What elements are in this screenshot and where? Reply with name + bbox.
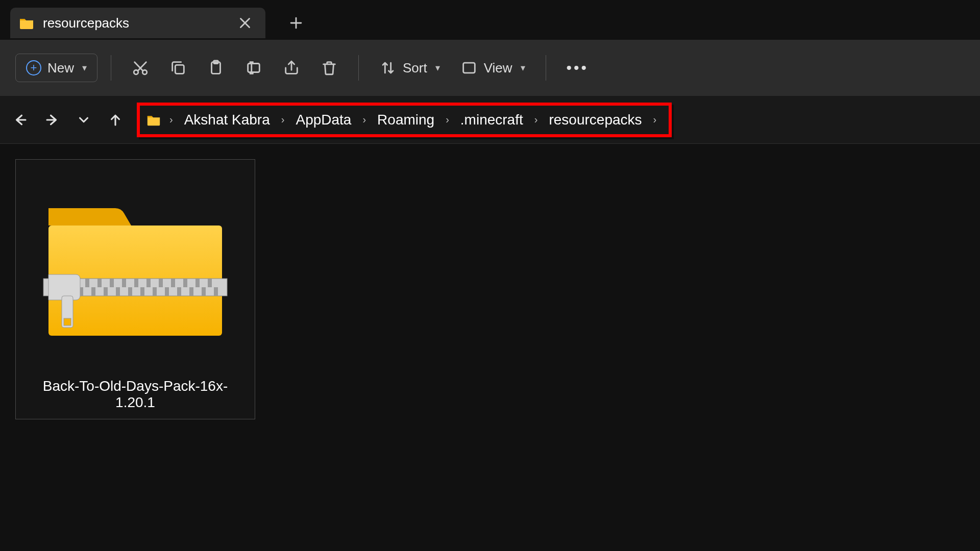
svg-rect-31 [183, 279, 187, 287]
svg-rect-23 [134, 279, 138, 287]
close-tab-button[interactable] [235, 13, 255, 33]
chevron-right-icon: › [650, 114, 660, 126]
folder-icon [18, 15, 35, 31]
svg-rect-35 [208, 279, 212, 287]
sort-button-label: Sort [403, 60, 427, 76]
chevron-right-icon: › [359, 114, 369, 126]
svg-rect-6 [463, 63, 475, 73]
svg-rect-38 [64, 318, 71, 325]
breadcrumb-item[interactable]: Roaming [374, 110, 437, 130]
cut-button[interactable] [125, 54, 156, 82]
file-name: Back-To-Old-Days-Pack-16x-1.20.1 [26, 378, 244, 411]
breadcrumb-item[interactable]: Akshat Kabra [181, 110, 273, 130]
svg-rect-32 [189, 287, 193, 296]
navigation-bar: › Akshat Kabra › AppData › Roaming › .mi… [0, 96, 980, 144]
trash-icon [321, 59, 338, 77]
forward-button[interactable] [42, 110, 62, 130]
copy-button[interactable] [162, 54, 194, 82]
chevron-down-icon: ▾ [435, 62, 440, 73]
more-button[interactable]: ••• [559, 54, 596, 82]
share-button[interactable] [276, 54, 307, 82]
up-button[interactable] [105, 110, 126, 130]
zip-folder-icon [26, 170, 244, 369]
clipboard-icon [207, 59, 225, 77]
svg-rect-34 [202, 287, 206, 296]
svg-rect-25 [146, 279, 151, 287]
svg-rect-33 [195, 279, 200, 287]
breadcrumb-item[interactable]: resourcepacks [546, 110, 645, 130]
svg-rect-20 [116, 287, 120, 296]
back-button[interactable] [10, 110, 31, 130]
share-icon [283, 59, 300, 77]
toolbar-separator [358, 55, 359, 81]
chevron-down-icon: ▾ [521, 62, 525, 73]
rename-icon [245, 59, 262, 77]
svg-rect-24 [140, 287, 144, 296]
svg-rect-16 [91, 287, 95, 296]
toolbar-separator [546, 55, 546, 81]
paste-button[interactable] [200, 54, 232, 82]
view-icon [460, 59, 478, 77]
sort-icon [379, 59, 397, 77]
new-button[interactable]: + New ▾ [15, 54, 97, 82]
chevron-down-icon: ▾ [82, 62, 87, 73]
toolbar-separator [111, 55, 111, 81]
svg-rect-28 [165, 287, 169, 296]
active-tab[interactable]: resourcepacks [10, 8, 265, 38]
chevron-right-icon: › [531, 114, 541, 126]
breadcrumb[interactable]: › Akshat Kabra › AppData › Roaming › .mi… [137, 103, 672, 137]
svg-rect-5 [248, 64, 260, 72]
breadcrumb-item[interactable]: AppData [292, 110, 354, 130]
svg-rect-21 [122, 279, 126, 287]
ellipsis-icon: ••• [567, 59, 589, 77]
svg-rect-15 [85, 279, 89, 287]
tab-bar: resourcepacks [0, 0, 980, 40]
new-button-label: New [47, 60, 74, 76]
svg-rect-19 [110, 279, 114, 287]
tab-title: resourcepacks [43, 15, 227, 31]
view-button[interactable]: View ▾ [453, 54, 532, 82]
file-item[interactable]: Back-To-Old-Days-Pack-16x-1.20.1 [15, 159, 255, 419]
view-button-label: View [484, 60, 512, 76]
copy-icon [169, 59, 187, 77]
recent-locations-button[interactable] [74, 110, 94, 130]
breadcrumb-item[interactable]: .minecraft [457, 110, 526, 130]
chevron-right-icon: › [166, 114, 176, 126]
command-toolbar: + New ▾ [0, 40, 980, 96]
svg-rect-26 [153, 287, 157, 296]
svg-rect-17 [97, 279, 102, 287]
svg-rect-30 [177, 287, 181, 296]
chevron-right-icon: › [278, 114, 288, 126]
new-tab-button[interactable] [281, 8, 311, 38]
plus-circle-icon: + [26, 60, 41, 76]
svg-rect-27 [159, 279, 163, 287]
sort-button[interactable]: Sort ▾ [372, 54, 447, 82]
svg-rect-2 [175, 65, 184, 73]
svg-rect-29 [171, 279, 175, 287]
delete-button[interactable] [313, 54, 345, 82]
scissors-icon [132, 59, 149, 77]
svg-rect-36 [214, 287, 218, 296]
svg-rect-22 [128, 287, 132, 296]
file-list-area[interactable]: Back-To-Old-Days-Pack-16x-1.20.1 [0, 144, 980, 551]
chevron-right-icon: › [443, 114, 452, 126]
rename-button[interactable] [238, 54, 270, 82]
folder-icon [146, 112, 161, 128]
svg-rect-18 [104, 287, 108, 296]
